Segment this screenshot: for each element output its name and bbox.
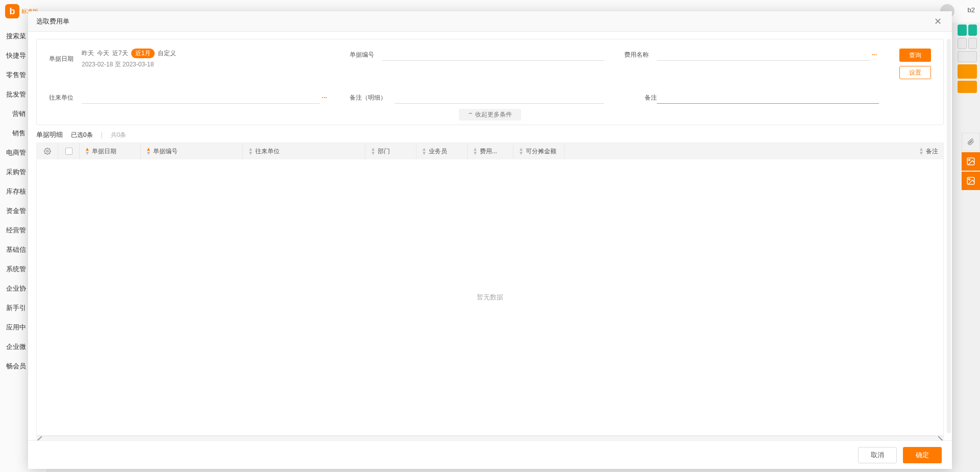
col-fee[interactable]: ▲▼费用... [468, 143, 513, 159]
sort-icon: ▲▼ [146, 147, 151, 155]
sort-icon: ▲▼ [85, 147, 90, 155]
label-partner: 往来单位 [49, 93, 82, 102]
date-quick-last1m[interactable]: 近1月 [131, 49, 155, 58]
label-remark-detail: 备注（明细） [350, 93, 395, 102]
settings-button[interactable]: 设置 [899, 66, 931, 79]
date-quick-today[interactable]: 今天 [97, 49, 109, 58]
remark-input[interactable] [657, 91, 879, 104]
table-empty-state: 暂无数据 [37, 159, 943, 435]
partner-picker-icon[interactable]: ··· [320, 94, 329, 101]
label-remark: 备注 [624, 93, 657, 102]
select-all-checkbox[interactable] [58, 143, 80, 159]
modal-header: 选取费用单 ✕ [28, 11, 952, 32]
scrollbar[interactable] [947, 39, 951, 433]
label-fee-name: 费用名称 [624, 51, 657, 59]
col-partner[interactable]: ▲▼往来单位 [243, 143, 365, 159]
modal-title: 选取费用单 [36, 17, 69, 26]
column-settings-button[interactable] [37, 143, 58, 159]
col-doc-date[interactable]: ▲▼单据日期 [80, 143, 141, 159]
label-doc-date: 单据日期 [49, 55, 82, 63]
modal-footer: 取消 确定 [28, 440, 952, 469]
col-remark[interactable]: ▲▼备注 [565, 143, 943, 159]
close-icon[interactable]: ✕ [932, 15, 944, 28]
sort-icon: ▲▼ [248, 147, 253, 155]
ok-button[interactable]: 确定 [903, 447, 942, 463]
date-range-text: 2023-02-18 至 2023-03-18 [82, 60, 176, 69]
col-dept[interactable]: ▲▼部门 [365, 143, 416, 159]
query-button[interactable]: 查询 [899, 49, 931, 62]
fee-name-picker-icon[interactable]: ··· [870, 51, 879, 58]
fee-name-input[interactable] [657, 49, 870, 61]
results-table: ▲▼单据日期 ▲▼单据编号 ▲▼往来单位 ▲▼部门 ▲▼业务员 ▲▼费用... … [36, 143, 944, 436]
col-doc-no[interactable]: ▲▼单据编号 [141, 143, 243, 159]
sort-icon: ▲▼ [473, 147, 478, 155]
cancel-button[interactable]: 取消 [858, 447, 897, 463]
sort-icon: ▲▼ [422, 147, 427, 155]
doc-no-input[interactable] [382, 49, 604, 61]
label-doc-no: 单据编号 [350, 51, 382, 59]
svg-point-4 [46, 150, 48, 152]
partner-input[interactable] [82, 91, 320, 104]
modal-body: 单据日期 昨天 今天 近7天 近1月 自定义 2023-02-18 至 2023… [28, 32, 952, 440]
horizontal-scrollbar[interactable] [36, 436, 944, 440]
list-selected-count: 已选0条 [71, 131, 93, 139]
date-quick-picker: 昨天 今天 近7天 近1月 自定义 [82, 49, 176, 58]
date-quick-custom[interactable]: 自定义 [158, 49, 176, 58]
select-fee-modal: 选取费用单 ✕ 单据日期 昨天 今天 近7天 近1月 [28, 11, 952, 469]
sort-icon: ▲▼ [371, 147, 376, 155]
table-header: ▲▼单据日期 ▲▼单据编号 ▲▼往来单位 ▲▼部门 ▲▼业务员 ▲▼费用... … [37, 143, 943, 159]
remark-detail-input[interactable] [395, 91, 604, 104]
collapse-filters-button[interactable]: 收起更多条件 [459, 109, 521, 121]
list-total-count: 共0条 [111, 131, 127, 139]
date-quick-yesterday[interactable]: 昨天 [82, 49, 94, 58]
col-amount[interactable]: ▲▼可分摊金额 [513, 143, 565, 159]
date-quick-last7[interactable]: 近7天 [112, 49, 128, 58]
filter-card: 单据日期 昨天 今天 近7天 近1月 自定义 2023-02-18 至 2023… [36, 39, 944, 125]
sort-icon: ▲▼ [519, 147, 524, 155]
list-section-title: 单据明细 [36, 130, 63, 139]
sort-icon: ▲▼ [919, 147, 924, 155]
col-biz[interactable]: ▲▼业务员 [416, 143, 468, 159]
list-summary-bar: 单据明细 已选0条 | 共0条 [36, 130, 944, 139]
gear-icon [44, 148, 51, 155]
